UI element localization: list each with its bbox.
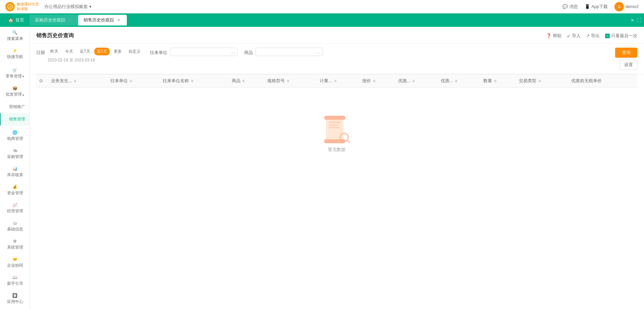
download-button[interactable]: 📱 App下载	[585, 4, 608, 10]
customer-filter-input[interactable]: ...	[170, 48, 237, 56]
sidebar-item-sales[interactable]: 销售管理	[0, 113, 29, 125]
help-button[interactable]: ❓ 帮助	[546, 33, 561, 39]
chevron-up-icon: ▴	[22, 93, 24, 96]
shortcuts-icon: ⚡	[12, 48, 17, 53]
sort-icons-product	[242, 80, 245, 83]
top-bar-left: 畅捷通好生意 标准版 办公用品行业模拟账套 ▾	[5, 2, 94, 11]
data-table: ⚙ 业务发生... 往来单位	[36, 74, 637, 88]
tab-purchase-close-icon[interactable]: ✕	[67, 17, 73, 23]
sidebar-item-enterprise[interactable]: 🤝 企业协同	[0, 254, 29, 272]
product-filter-input[interactable]: ...	[256, 48, 323, 56]
product-filter-group: 商品 ...	[244, 48, 323, 56]
table-header-customer-code[interactable]: 往来单位	[108, 74, 160, 88]
table-header-discount2[interactable]: 优惠...	[438, 74, 481, 88]
date-btn-7days[interactable]: 近7天	[77, 48, 93, 55]
customer-input[interactable]	[173, 49, 229, 54]
only-last-checkbox[interactable]: ✓	[605, 34, 610, 38]
sidebar-item-inventory[interactable]: 📊 库存核算	[0, 163, 29, 181]
user-menu[interactable]: D demo2	[614, 2, 639, 11]
svg-rect-4	[329, 122, 341, 123]
sidebar-item-search[interactable]: 🔍 搜索菜单	[0, 27, 29, 45]
home-icon: 🏠	[8, 18, 13, 23]
sidebar-item-marketing[interactable]: 营销推广	[0, 101, 29, 113]
sort-up-icon	[373, 80, 376, 81]
table-header-unit[interactable]: 计量...	[317, 74, 360, 88]
finance-icon: 💰	[12, 185, 17, 189]
gear-icon[interactable]: ⚙	[39, 78, 43, 84]
sort-up-icon	[287, 80, 289, 81]
sidebar-item-shortcuts[interactable]: ⚡ 快捷导航	[0, 45, 29, 63]
sidebar-item-operation[interactable]: 📈 经营管理	[0, 199, 29, 217]
date-filter-group: 日期 昨天 今天 近7天 近1月 更多 自定义 2023-02-18 至 202…	[36, 48, 143, 63]
download-icon: 📱	[585, 4, 590, 9]
table-header-customer-name[interactable]: 往来单位名称	[160, 74, 229, 88]
chevron-down-icon: ▾	[22, 75, 24, 78]
table-header-quote[interactable]: 报价	[360, 74, 395, 88]
product-input-dots[interactable]: ...	[316, 49, 320, 54]
customer-input-dots[interactable]: ...	[231, 49, 234, 54]
svg-rect-6	[329, 127, 339, 128]
help-icon: ❓	[546, 33, 551, 38]
logo-icon	[5, 2, 15, 11]
tab-purchase-history[interactable]: 采购历史价跟踪 ✕	[30, 15, 78, 25]
sidebar-item-system[interactable]: ⚙ 系统管理	[0, 236, 29, 254]
sort-down-icon	[191, 81, 194, 83]
sort-down-icon	[538, 81, 541, 83]
sidebar-item-retail[interactable]: 🛒 零售管理 ▾	[0, 64, 29, 83]
svg-rect-2	[324, 116, 345, 120]
date-btn-1month[interactable]: 近1月	[94, 48, 110, 55]
purchase-icon: 🛍	[13, 148, 17, 153]
tab-sales-close-icon[interactable]: ✕	[116, 17, 121, 23]
settings-button[interactable]: 设置	[620, 60, 637, 70]
table-header-trade-type[interactable]: 交易类型	[516, 74, 569, 88]
sidebar-item-wechat[interactable]: 💬 企业微信	[0, 308, 29, 310]
sort-down-icon	[242, 81, 245, 83]
sidebar-item-appstore[interactable]: 🔲 应用中心	[0, 290, 29, 308]
sort-up-icon	[412, 80, 415, 81]
sidebar-item-wholesale[interactable]: 📦 批发管理 ▴	[0, 83, 29, 101]
table-header-spec[interactable]: 规格型号	[265, 74, 317, 88]
export-button[interactable]: ↗ 导出	[586, 33, 600, 39]
table-header-quantity[interactable]: 数量	[481, 74, 516, 88]
query-button[interactable]: 查询	[615, 48, 637, 58]
system-icon: ⚙	[13, 239, 17, 244]
sort-icons-unit	[334, 80, 337, 83]
sort-up-icon	[191, 80, 194, 81]
sidebar-item-purchase[interactable]: 🛍 采购管理	[0, 145, 29, 163]
table-header-pre-tax[interactable]: 优惠前无税单价	[569, 74, 637, 88]
sort-icons-quantity	[494, 80, 497, 83]
table-header-biz-date[interactable]: 业务发生...	[48, 74, 108, 88]
sidebar-item-finance[interactable]: 💰 资金管理	[0, 181, 29, 199]
date-btn-more[interactable]: 更多	[111, 48, 124, 55]
sidebar-item-basic[interactable]: 🗂 基础信息	[0, 217, 29, 236]
sort-icons-customer-code	[129, 80, 132, 83]
basic-icon: 🗂	[13, 221, 17, 225]
sort-up-icon	[538, 80, 541, 81]
import-button[interactable]: ↙ 导入	[567, 33, 581, 39]
app-selector[interactable]: 办公用品行业模拟账套 ▾	[42, 2, 94, 11]
logo-text: 畅捷通好生意 标准版	[17, 2, 39, 11]
message-button[interactable]: 💬 消息	[562, 4, 578, 10]
sort-icons-discount2	[455, 80, 458, 83]
page-container: 销售历史价查询 ❓ 帮助 ↙ 导入 ↗ 导出 ✓	[30, 27, 644, 310]
only-last-checkbox-label[interactable]: ✓ 只看最后一次	[605, 33, 637, 39]
tab-fullscreen-icon[interactable]: ⛶	[637, 18, 641, 23]
top-bar: 畅捷通好生意 标准版 办公用品行业模拟账套 ▾ 💬 消息 📱 App下载 D d…	[0, 0, 644, 13]
table-header-discount1[interactable]: 优惠...	[395, 74, 438, 88]
date-btn-today[interactable]: 今天	[62, 48, 76, 55]
date-btn-custom[interactable]: 自定义	[126, 48, 143, 55]
tab-close-all-icon[interactable]: ✕	[631, 18, 634, 23]
main-layout: 🔍 搜索菜单 ⚡ 快捷导航 🛒 零售管理 ▾ 📦 批发管理 ▴ 营销推广 销售管	[0, 27, 644, 310]
tab-bar-actions: ✕ ⛶	[631, 18, 641, 23]
date-btn-yesterday[interactable]: 昨天	[48, 48, 61, 55]
tab-home[interactable]: 🏠 首页	[3, 15, 30, 25]
sidebar-item-ecommerce[interactable]: 🌐 电商管理	[0, 127, 29, 145]
tab-sales-history[interactable]: 销售历史价跟踪 ✕	[78, 15, 127, 25]
tab-bar: 🏠 首页 采购历史价跟踪 ✕ 销售历史价跟踪 ✕ ✕ ⛶	[0, 13, 644, 27]
table-header-product[interactable]: 商品	[229, 74, 265, 88]
chevron-down-icon: ▾	[89, 4, 92, 9]
sidebar-item-guide[interactable]: 📖 新手引导	[0, 272, 29, 290]
product-input[interactable]	[259, 49, 315, 54]
empty-state: 暂无数据	[36, 88, 637, 179]
sort-icons-trade-type	[538, 80, 541, 83]
